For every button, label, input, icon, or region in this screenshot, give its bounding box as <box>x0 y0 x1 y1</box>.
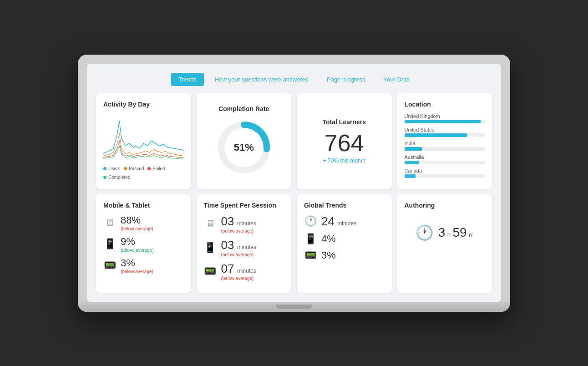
tab-progress[interactable]: Page progress <box>319 73 373 86</box>
laptop-frame: Trends How your questions were answered … <box>78 55 510 312</box>
authoring-clock-icon: 🕐 <box>416 224 434 241</box>
tablet-sub: (below average) <box>121 269 153 274</box>
donut-label: 51% <box>234 142 254 153</box>
mobile-tablet-card: Mobile & Tablet 🖥 88% (below average) 📱 … <box>96 194 191 293</box>
global-card-title: Global Trends <box>304 202 385 209</box>
location-item: India <box>405 141 485 151</box>
location-list: United Kingdom United States India Austr… <box>405 113 485 178</box>
time-tablet-icon: 📟 <box>204 265 217 277</box>
authoring-minutes: 59 <box>452 225 466 239</box>
time-mobile-value: 03 <box>221 238 234 252</box>
legend-passed-label: Passed <box>129 166 144 171</box>
time-desktop-row: 🖥 03 minutes (below average) <box>204 214 284 234</box>
tab-questions[interactable]: How your questions were answered <box>208 73 316 86</box>
location-bar <box>405 133 467 137</box>
authoring-m-label: m <box>469 231 474 238</box>
failed-dot <box>147 167 151 170</box>
legend-completed-label: Completed <box>108 175 130 180</box>
time-desktop-icon: 🖥 <box>204 218 217 230</box>
completed-dot <box>103 176 106 179</box>
legend-users-label: Users <box>108 166 120 171</box>
users-dot <box>103 167 106 170</box>
legend-failed: Failed <box>147 166 165 171</box>
tab-trends[interactable]: Trends <box>171 73 204 86</box>
location-item: Canada <box>405 168 485 178</box>
mobile-icon: 📱 <box>103 238 116 250</box>
laptop-base <box>78 302 510 312</box>
learners-number: 764 <box>324 131 364 155</box>
time-mobile-unit: minutes <box>237 244 256 250</box>
location-bar-bg <box>405 120 485 123</box>
activity-chart <box>103 113 184 163</box>
time-tablet-row: 📟 07 minutes (below average) <box>204 262 284 281</box>
time-tablet-unit: minutes <box>237 268 256 274</box>
location-bar-bg <box>405 161 485 164</box>
mobile-stat-row: 📱 9% (above average) <box>103 236 184 253</box>
time-mobile-icon: 📱 <box>204 242 217 254</box>
time-card-title: Time Spent Per Session <box>204 202 284 209</box>
desktop-icon: 🖥 <box>103 217 116 229</box>
time-tablet-value: 07 <box>221 262 234 275</box>
donut-chart: 51% <box>214 118 274 177</box>
tablet-value: 3% <box>121 257 135 269</box>
completion-rate-card: Completion Rate 51% <box>197 93 292 189</box>
location-bar <box>405 120 481 123</box>
location-card: Location United Kingdom United States In… <box>397 93 492 189</box>
global-tablet-row: 📟 3% <box>304 249 385 261</box>
time-spent-card: Time Spent Per Session 🖥 03 minutes (bel… <box>197 194 292 293</box>
activity-card-title: Activity By Day <box>103 101 184 108</box>
location-name: United Kingdom <box>405 113 485 119</box>
laptop-screen: Trends How your questions were answered … <box>87 64 501 302</box>
global-mobile-icon: 📱 <box>304 233 317 245</box>
location-bar <box>405 161 419 164</box>
location-item: United Kingdom <box>405 113 485 123</box>
location-name: Australia <box>405 154 485 160</box>
time-mobile-sub: (below average) <box>221 252 256 257</box>
location-bar <box>405 147 422 151</box>
global-tablet-icon: 📟 <box>304 249 317 261</box>
mobile-value: 9% <box>121 236 135 247</box>
passed-dot <box>124 167 127 170</box>
authoring-h-label: h <box>447 231 451 238</box>
tab-yourdata[interactable]: Your Data <box>376 73 417 86</box>
desktop-sub: (below average) <box>121 226 153 231</box>
tab-bar: Trends How your questions were answered … <box>96 73 492 86</box>
global-clock-row: 🕐 24 minutes <box>304 214 385 229</box>
total-learners-card: Total Learners 764 + 70% this month <box>297 93 392 189</box>
time-desktop-value: 03 <box>221 214 234 228</box>
location-bar-bg <box>405 147 485 151</box>
location-item: Australia <box>405 154 485 164</box>
time-desktop-unit: minutes <box>237 220 256 227</box>
authoring-card-title: Authoring <box>405 202 485 209</box>
time-mobile-row: 📱 03 minutes (below average) <box>204 238 284 257</box>
activity-by-day-card: Activity By Day <box>96 93 191 189</box>
global-tablet-value: 3% <box>321 249 336 261</box>
legend-failed-label: Failed <box>152 166 165 171</box>
location-name: Canada <box>405 168 485 173</box>
dashboard-grid: Activity By Day <box>96 93 492 293</box>
location-name: United States <box>405 127 485 132</box>
global-trends-card: Global Trends 🕐 24 minutes 📱 4% 📟 <box>297 194 392 293</box>
learners-growth: + 70% this month <box>323 158 365 164</box>
desktop-value: 88% <box>121 214 141 226</box>
authoring-card: Authoring 🕐 3 h 59 m <box>397 194 492 293</box>
desktop-stat-row: 🖥 88% (below average) <box>103 214 184 231</box>
mobile-sub: (above average) <box>121 248 154 253</box>
completion-card-title: Completion Rate <box>218 105 269 112</box>
authoring-hours: 3 <box>438 225 446 239</box>
activity-legend: Users Passed Failed Completed <box>103 166 184 180</box>
legend-users: Users <box>103 166 120 171</box>
learners-card-title: Total Learners <box>323 118 366 126</box>
global-clock-icon: 🕐 <box>304 215 317 227</box>
legend-passed: Passed <box>124 166 144 171</box>
location-card-title: Location <box>405 101 485 108</box>
time-desktop-sub: (below average) <box>221 229 256 234</box>
authoring-display: 🕐 3 h 59 m <box>405 214 485 251</box>
location-bar <box>405 174 416 178</box>
location-bar-bg <box>405 133 485 137</box>
tablet-icon: 📟 <box>103 259 116 271</box>
global-mobile-row: 📱 4% <box>304 233 385 245</box>
mobile-card-title: Mobile & Tablet <box>103 202 184 209</box>
global-clock-value: 24 <box>321 214 335 228</box>
legend-completed: Completed <box>103 175 130 180</box>
